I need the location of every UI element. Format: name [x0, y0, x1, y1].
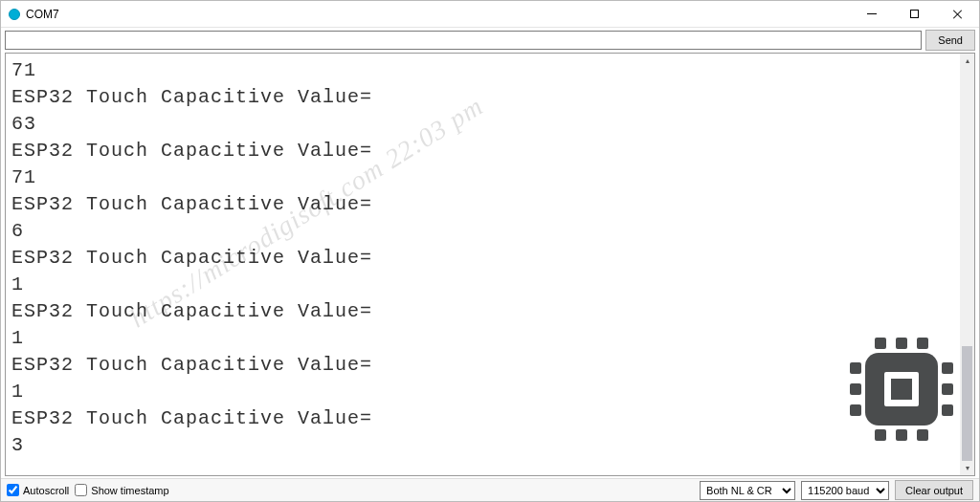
- window-title: COM7: [26, 8, 59, 21]
- scroll-down-icon[interactable]: ▾: [960, 461, 974, 475]
- serial-output-text: 71 ESP32 Touch Capacitive Value= 63 ESP3…: [6, 54, 960, 475]
- serial-input[interactable]: [5, 31, 922, 50]
- clear-output-button[interactable]: Clear output: [895, 480, 973, 500]
- bottom-bar: Autoscroll Show timestamp Both NL & CR 1…: [1, 478, 979, 501]
- timestamp-label: Show timestamp: [91, 485, 168, 496]
- scroll-thumb[interactable]: [962, 346, 972, 461]
- send-button[interactable]: Send: [925, 30, 975, 51]
- titlebar: COM7: [1, 1, 979, 28]
- baud-select[interactable]: 115200 baud: [801, 481, 889, 500]
- scroll-up-icon[interactable]: ▴: [960, 54, 974, 68]
- serial-monitor-window: COM7 Send 71 ESP32 Touch Capacitive Valu…: [0, 0, 980, 502]
- close-icon: [952, 9, 964, 20]
- maximize-icon: [910, 10, 919, 18]
- output-area: 71 ESP32 Touch Capacitive Value= 63 ESP3…: [5, 53, 975, 476]
- timestamp-checkbox[interactable]: [75, 484, 87, 496]
- autoscroll-label: Autoscroll: [23, 485, 69, 496]
- minimize-button[interactable]: [850, 1, 893, 28]
- scroll-track[interactable]: [960, 68, 974, 461]
- input-row: Send: [1, 28, 979, 53]
- app-icon: [9, 9, 20, 20]
- autoscroll-checkbox-wrap[interactable]: Autoscroll: [7, 484, 69, 496]
- maximize-button[interactable]: [893, 1, 936, 28]
- close-button[interactable]: [936, 1, 979, 28]
- timestamp-checkbox-wrap[interactable]: Show timestamp: [75, 484, 168, 496]
- line-ending-select[interactable]: Both NL & CR: [700, 481, 795, 500]
- minimize-icon: [867, 13, 877, 14]
- autoscroll-checkbox[interactable]: [7, 484, 19, 496]
- vertical-scrollbar[interactable]: ▴ ▾: [960, 54, 974, 475]
